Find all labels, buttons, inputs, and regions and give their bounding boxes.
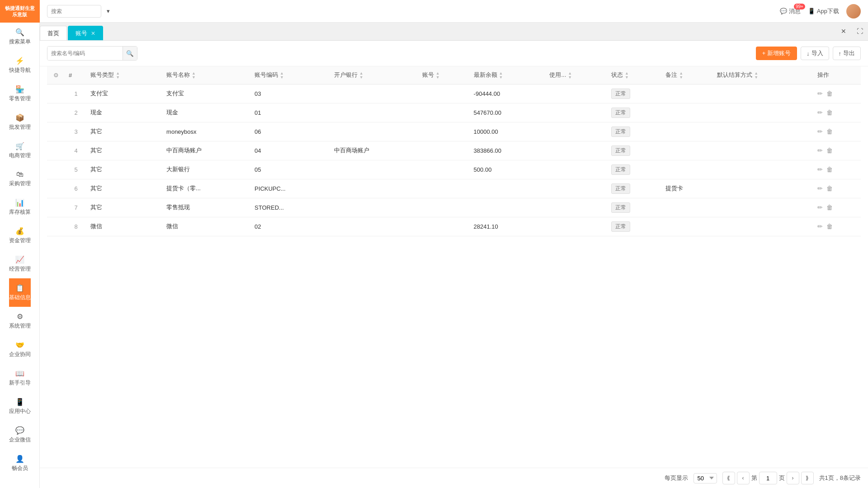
col-type[interactable]: 账号类型▲▼	[87, 66, 163, 84]
tab-home-label: 首页	[47, 29, 59, 38]
edit-button[interactable]: ✏	[817, 166, 823, 173]
row-note	[662, 103, 713, 122]
edit-button[interactable]: ✏	[817, 128, 823, 135]
col-usage[interactable]: 使用...▲▼	[546, 66, 607, 84]
page-last-button[interactable]: ⟫	[801, 472, 814, 484]
row-usage	[546, 179, 607, 198]
row-code: 02	[251, 217, 330, 236]
edit-button[interactable]: ✏	[817, 109, 823, 116]
col-account[interactable]: 账号▲▼	[419, 66, 470, 84]
row-status: 正常	[608, 198, 662, 217]
row-name: 支付宝	[163, 84, 251, 103]
page-next-button[interactable]: ›	[787, 472, 799, 484]
col-default-payment[interactable]: 默认结算方式▲▼	[713, 66, 814, 84]
row-bank	[330, 198, 419, 217]
sidebar-item-member[interactable]: 👤畅会员	[9, 449, 31, 478]
tab-home[interactable]: 首页	[40, 26, 67, 40]
search-button[interactable]: 🔍	[123, 47, 137, 60]
col-code[interactable]: 账号编码▲▼	[251, 66, 330, 84]
sidebar-item-search[interactable]: 🔍搜索菜单	[9, 23, 31, 51]
import-button[interactable]: ↓ 导入	[801, 47, 829, 60]
row-balance: 547670.00	[470, 103, 546, 122]
sidebar-item-guide[interactable]: 📖新手引导	[9, 364, 31, 392]
inventory-icon: 📊	[15, 198, 24, 207]
col-settings[interactable]: ⚙	[47, 66, 65, 84]
row-type: 其它	[87, 141, 163, 160]
sidebar-item-finance[interactable]: 💰资金管理	[9, 221, 31, 250]
col-bank[interactable]: 开户银行▲▼	[330, 66, 419, 84]
delete-button[interactable]: 🗑	[826, 166, 833, 173]
sidebar-item-app_center[interactable]: 📱应用中心	[9, 392, 31, 421]
sidebar-item-label: 新手引导	[9, 379, 31, 387]
delete-button[interactable]: 🗑	[826, 109, 833, 116]
row-usage	[546, 84, 607, 103]
col-name[interactable]: 账号名称▲▼	[163, 66, 251, 84]
edit-button[interactable]: ✏	[817, 223, 823, 230]
row-status: 正常	[608, 160, 662, 179]
sidebar-item-retail[interactable]: 🏪零售管理	[9, 80, 31, 108]
sidebar-item-inventory[interactable]: 📊库存核算	[9, 193, 31, 221]
delete-button[interactable]: 🗑	[826, 204, 833, 211]
page-input[interactable]	[759, 472, 777, 484]
sidebar-item-ecommerce[interactable]: 🛒电商管理	[9, 136, 31, 165]
sidebar-item-label: 企业协同	[9, 351, 31, 358]
row-type: 现金	[87, 103, 163, 122]
row-account	[419, 141, 470, 160]
account-search-input[interactable]	[47, 47, 123, 60]
settings-icon[interactable]: ⚙	[53, 72, 59, 79]
app-download-button[interactable]: 📱 App下载	[808, 7, 839, 15]
delete-button[interactable]: 🗑	[826, 147, 833, 154]
sidebar-item-system[interactable]: ⚙系统管理	[9, 307, 31, 335]
window-maximize-button[interactable]: ⛶	[852, 22, 868, 40]
sidebar-item-enterprise[interactable]: 🤝企业协同	[9, 335, 31, 364]
window-minimize-button[interactable]: ✕	[835, 22, 852, 40]
row-account	[419, 179, 470, 198]
row-bank	[330, 160, 419, 179]
purchase-icon: 🛍	[16, 170, 24, 178]
row-usage	[546, 217, 607, 236]
header-dropdown[interactable]: ▾	[107, 8, 110, 14]
status-badge: 正常	[611, 89, 630, 99]
sidebar-item-operation[interactable]: 📈经营管理	[9, 250, 31, 278]
search-icon: 🔍	[15, 28, 24, 37]
sidebar-item-wholesale[interactable]: 📦批发管理	[9, 108, 31, 136]
sidebar-item-wechat[interactable]: 💬企业微信	[9, 421, 31, 449]
guide-icon: 📖	[15, 369, 24, 378]
edit-button[interactable]: ✏	[817, 90, 823, 97]
row-code: 01	[251, 103, 330, 122]
export-button[interactable]: ↑ 导出	[833, 47, 861, 60]
header-search-input[interactable]	[47, 5, 101, 18]
row-status: 正常	[608, 217, 662, 236]
edit-button[interactable]: ✏	[817, 185, 823, 192]
row-settings	[47, 84, 65, 103]
message-button[interactable]: 💬 消息 99+	[780, 7, 801, 15]
sidebar-item-shortcut[interactable]: ⚡快捷导航	[9, 51, 31, 80]
page-first-button[interactable]: ⟪	[722, 472, 735, 484]
col-status[interactable]: 状态▲▼	[608, 66, 662, 84]
add-account-button[interactable]: + 新增账号	[756, 47, 797, 60]
col-action: 操作	[814, 66, 861, 84]
row-code: 05	[251, 160, 330, 179]
row-usage	[546, 122, 607, 141]
edit-button[interactable]: ✏	[817, 147, 823, 154]
row-status: 正常	[608, 122, 662, 141]
col-note[interactable]: 备注▲▼	[662, 66, 713, 84]
sidebar-item-label: 库存核算	[9, 208, 31, 216]
tab-account[interactable]: 账号 ✕	[68, 26, 103, 40]
sidebar-item-purchase[interactable]: 🛍采购管理	[9, 165, 31, 193]
row-type: 微信	[87, 217, 163, 236]
edit-button[interactable]: ✏	[817, 204, 823, 211]
row-num: 2	[65, 103, 87, 122]
page-prev-button[interactable]: ‹	[737, 472, 750, 484]
delete-button[interactable]: 🗑	[826, 90, 833, 97]
avatar[interactable]	[846, 4, 861, 19]
page-label-after: 页	[779, 474, 785, 482]
delete-button[interactable]: 🗑	[826, 223, 833, 230]
app_center-icon: 📱	[15, 398, 24, 406]
col-balance[interactable]: 最新余额▲▼	[470, 66, 546, 84]
delete-button[interactable]: 🗑	[826, 128, 833, 135]
page-size-select[interactable]: 50 10 20 100	[693, 473, 717, 483]
tab-close-icon[interactable]: ✕	[91, 30, 95, 37]
delete-button[interactable]: 🗑	[826, 185, 833, 192]
sidebar-item-basic[interactable]: 📋基础信息	[9, 278, 31, 307]
